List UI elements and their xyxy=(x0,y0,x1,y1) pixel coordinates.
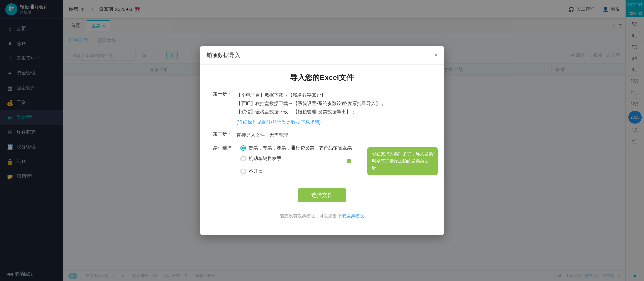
step1-label: 第一步： xyxy=(213,91,236,127)
modal-title: 销项数据导入 xyxy=(206,51,240,59)
modal-footer: 若您没有发票模版，可以点击 下载发票模版 xyxy=(213,209,431,227)
modal-body: 导入您的Excel文件 第一步： 【全电平台】数据下载→【税务数字账户】； 【百… xyxy=(200,65,444,235)
import-modal: 销项数据导入 × 导入您的Excel文件 第一步： 【全电平台】数据下载→【税务… xyxy=(200,46,444,235)
modal-header: 销项数据导入 × xyxy=(200,46,444,65)
step-1-row: 第一步： 【全电平台】数据下载→【税务数字账户】； 【百旺】税控盘数据下载→【系… xyxy=(213,91,431,127)
tooltip-connector: × 现在支持的票种多了，导入发票时别忘了选择正确的发票类型呀! xyxy=(347,147,438,175)
tooltip-line xyxy=(351,161,367,161)
radio-label: 票种选择： xyxy=(213,145,236,151)
radio-3-indicator xyxy=(240,169,246,174)
step-2-row: 第二步： 直接导入文件，无需整理 xyxy=(213,131,431,139)
tooltip-dot xyxy=(347,159,351,163)
step1-line-2: 【百旺】税控盘数据下载→【系统设置-系统参数设置-发票批量导入】； xyxy=(236,99,385,108)
select-file-button[interactable]: 选择文件 xyxy=(298,188,346,202)
select-file-section: 选择文件 xyxy=(213,188,431,202)
modal-section-title: 导入您的Excel文件 xyxy=(213,73,431,83)
guide-link[interactable]: (详细操作见百旺/航信发票数据下载指南) xyxy=(236,119,321,125)
radio-1-indicator xyxy=(240,145,246,151)
download-template-link[interactable]: 下载发票模版 xyxy=(338,213,364,218)
radio-2-label: 机动车销售发票 xyxy=(249,156,281,162)
tooltip-bubble: × 现在支持的票种多了，导入发票时别忘了选择正确的发票类型呀! xyxy=(367,147,438,175)
radio-1-label: 普票，专票，卷票，通行费发票，农产品销售发票 xyxy=(249,145,352,151)
radio-section: 票种选择： 普票，专票，卷票，通行费发票，农产品销售发票 机动车销售发票 xyxy=(213,145,431,179)
step2-label: 第二步： xyxy=(213,131,236,139)
radio-options-wrapper: 普票，专票，卷票，通行费发票，农产品销售发票 机动车销售发票 xyxy=(240,145,431,179)
step2-content: 直接导入文件，无需整理 xyxy=(236,131,288,139)
step1-content: 【全电平台】数据下载→【税务数字账户】； 【百旺】税控盘数据下载→【系统设置-系… xyxy=(236,91,385,127)
footer-text: 若您没有发票模版，可以点击 xyxy=(280,213,337,218)
tooltip-close[interactable]: × xyxy=(432,149,435,157)
step1-line-1: 【全电平台】数据下载→【税务数字账户】； xyxy=(236,91,385,99)
radio-2-indicator xyxy=(240,156,246,161)
step1-line-3: 【航信】金税盘数据下载→【报税管理-发票数据导出】； xyxy=(236,108,385,116)
radio-3-label: 不开票 xyxy=(249,168,263,174)
modal-close-button[interactable]: × xyxy=(434,52,438,59)
modal-overlay: 销项数据导入 × 导入您的Excel文件 第一步： 【全电平台】数据下载→【税务… xyxy=(0,0,644,281)
